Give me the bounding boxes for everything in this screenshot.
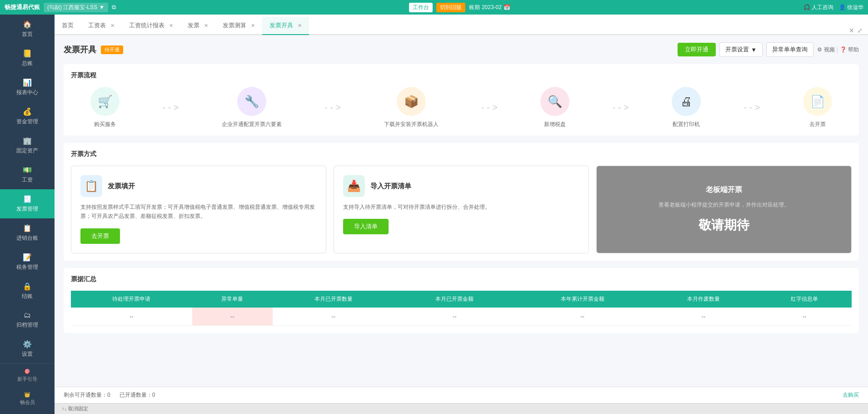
tab-首页[interactable]: 首页 [55,17,81,35]
sidebar-label: 首页 [22,30,33,38]
sidebar-bottom-label: 畅会员 [20,399,35,406]
tab-发票[interactable]: 发票✕ [180,17,215,35]
method-card-btn-0[interactable]: 去开票 [80,228,120,244]
method-card-btn-1[interactable]: 导入清单 [343,219,389,234]
content-area: 首页工资表✕工资统计报表✕发票✕发票测算✕发票开具✕ ✕ ⤢ 发票开具 待开通 … [55,15,868,414]
company-name: (勾副) 江西服宝-LSS [47,4,97,11]
flow-step-label-3: 新增税盘 [544,121,566,128]
sidebar-item-归档管理[interactable]: 🗂归档管理 [0,306,55,334]
sidebar-label: 归档管理 [16,321,38,329]
sidebar-icon: 📒 [23,49,32,58]
sidebar-label: 设置 [22,350,33,358]
tab-label: 工资表 [88,21,106,30]
close-window-icon[interactable]: ✕ [849,27,854,34]
sidebar-item-资金管理[interactable]: 💰资金管理 [0,102,55,131]
tab-工资表[interactable]: 工资表✕ [81,17,122,35]
tab-label: 发票 [188,21,200,30]
sidebar-item-税务管理[interactable]: 📝税务管理 [0,247,55,277]
tab-发票测算[interactable]: 发票测算✕ [215,17,262,35]
summary-cell-2: -- [273,308,394,326]
method-section: 开票方式 📋 发票填开 支持按照发票样式手工填写开发票；可开具增值税电子普通发票… [64,143,859,261]
tab-close-icon[interactable]: ✕ [169,23,173,29]
sidebar-item-发票管理[interactable]: 🧾发票管理 [0,189,55,218]
method-section-title: 开票方式 [71,150,852,158]
tab-发票开具[interactable]: 发票开具✕ [262,17,309,35]
summary-cell-0: -- [71,308,192,326]
sidebar-label: 税务管理 [16,263,38,271]
method-card-desc-1: 支持导入待开票清单，可对待开票清单进行拆分、合并处理。 [343,202,579,212]
page-content: 发票开具 待开通 立即开通 开票设置 ▼ 异常单单查询 ⚙ 视频 | ❓ 帮助 [55,35,868,387]
workstation-button[interactable]: 工作台 [409,3,433,12]
method-card-icon-0: 📋 [80,175,102,197]
help-icons: ⚙ 视频 | ❓ 帮助 [817,46,859,54]
tab-close-icon[interactable]: ✕ [204,23,208,29]
sidebar-item-工资[interactable]: 💵工资 [0,160,55,189]
top-bar: 畅捷通易代账 (勾副) 江西服宝-LSS ▼ ⧉ 工作台 切到旧版 账期 202… [0,0,868,15]
sidebar: 🏠首页📒总账📊报表中心💰资金管理🏢固定资产💵工资🧾发票管理📋进销台账📝税务管理🔒… [0,15,55,414]
flow-step-icon-4: 🖨 [672,87,701,116]
summary-col-header: 待处理开票申请 [71,291,192,308]
footer-stats: 剩余可开通数量：0 已开通数量：0 [64,391,155,399]
consultant-button[interactable]: 🎧 人工咨询 [803,4,833,11]
tab-label: 发票测算 [223,21,246,30]
sidebar-item-进销台账[interactable]: 📋进销台账 [0,218,55,247]
sidebar-item-首页[interactable]: 🏠首页 [0,15,55,44]
sidebar-bottom-item-新手引导[interactable]: 🎯新手引导 [0,364,55,387]
flow-arrow-4: - - > [740,102,763,113]
flow-step-0: 🛒 购买服务 [90,87,120,128]
resize-window-icon[interactable]: ⤢ [857,27,863,34]
sidebar-icon: 🧾 [23,195,32,203]
sidebar-label: 发票管理 [16,205,38,213]
pin-bottom-icon[interactable]: ↑↓ 取消固定 [62,405,88,412]
sidebar-bottom-icon: 🎯 [24,369,30,374]
period-label: 账期 [469,4,480,11]
flow-step-icon-5: 📄 [803,87,832,116]
top-bar-left: 畅捷通易代账 (勾副) 江西服宝-LSS ▼ ⧉ [5,3,116,12]
sidebar-label: 资金管理 [16,118,38,126]
flow-step-label-2: 下载并安装开票机器人 [384,121,439,128]
sidebar-bottom-item-畅会员[interactable]: 👑畅会员 [0,387,55,410]
sidebar-item-结账[interactable]: 🔒结账 [0,277,55,306]
headset-icon: 🎧 [803,4,810,10]
summary-cell-1[interactable]: -- [192,308,273,326]
tab-label: 首页 [62,21,74,30]
flow-section: 开票流程 🛒 购买服务 - - > 🔧 企业开通配置开票六要素 - - > 📦 … [64,64,859,136]
opened-label: 已开通数量：0 [120,391,155,399]
open-settings-button[interactable]: 开票设置 ▼ [719,42,763,57]
tab-close-icon[interactable]: ✕ [110,23,115,29]
person-icon: 👤 [839,4,846,10]
sidebar-item-总账[interactable]: 📒总账 [0,44,55,73]
sidebar-label: 固定资产 [16,147,38,155]
tab-close-icon[interactable]: ✕ [251,23,255,29]
open-settings-label: 开票设置 [725,45,749,54]
sidebar-icon: ⚙️ [23,340,32,348]
remain-label: 剩余可开通数量：0 [64,391,110,399]
company-selector[interactable]: (勾副) 江西服宝-LSS ▼ [44,3,108,12]
view-icon[interactable]: ⚙ 视频 [817,46,834,54]
summary-section-title: 票据汇总 [71,275,852,283]
sidebar-item-设置[interactable]: ⚙️设置 [0,334,55,364]
sidebar-icon: 💵 [23,166,32,174]
immediate-open-button[interactable]: 立即开通 [678,43,716,56]
pin-toggle[interactable]: 📌 ↑↓取消固定 [0,410,55,414]
tab-close-icon[interactable]: ✕ [298,23,302,29]
flow-step-label-1: 企业开通配置开票六要素 [222,121,282,128]
copy-icon[interactable]: ⧉ [112,4,116,11]
footer-bar: 剩余可开通数量：0 已开通数量：0 去购买 [55,387,868,403]
abnormal-query-button[interactable]: 异常单单查询 [766,42,813,57]
sidebar-label: 报表中心 [16,89,38,96]
tab-工资统计报表[interactable]: 工资统计报表✕ [122,17,180,35]
purchase-link[interactable]: 去购买 [843,391,859,399]
sidebar-item-固定资产[interactable]: 🏢固定资产 [0,131,55,160]
calendar-icon[interactable]: 📅 [504,4,510,10]
sidebar-bottom: 🎯新手引导👑畅会员 📌 ↑↓取消固定 [0,364,55,414]
flow-step-icon-0: 🛒 [90,87,120,116]
user-avatar[interactable]: 👤 徐溢华 [839,4,863,11]
summary-table: 待处理开票申请异常单量本月已开票数量本月已开票金额本年累计开票金额本月作废数量红… [71,291,852,326]
help-icon[interactable]: ❓ 帮助 [840,46,859,54]
method-card-title-0: 发票填开 [108,182,135,191]
sidebar-item-报表中心[interactable]: 📊报表中心 [0,73,55,102]
sidebar-label: 总账 [22,60,33,67]
sidebar-icon: 📊 [23,78,32,87]
switch-old-button[interactable]: 切到旧版 [436,3,465,12]
